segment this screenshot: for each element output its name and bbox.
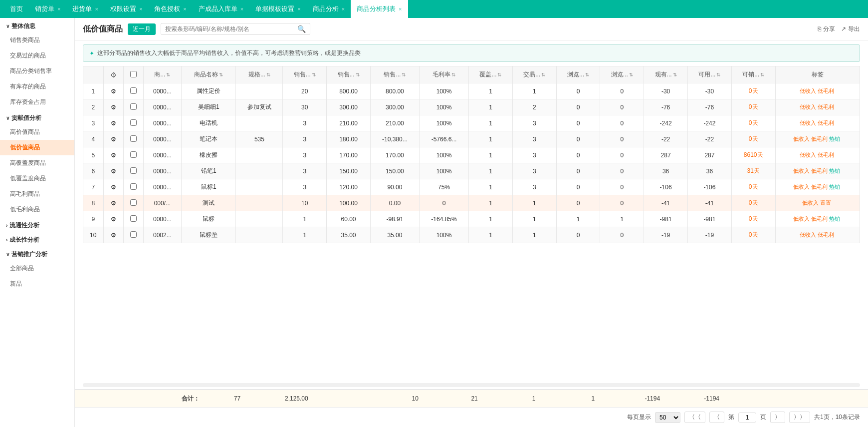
row-checkbox[interactable] [123, 211, 143, 227]
sort-icon[interactable]: ⇅ [716, 72, 720, 77]
export-button[interactable]: ↗ 导出 [841, 25, 860, 33]
row-checkbox[interactable] [123, 195, 143, 211]
row-name[interactable]: 电话机 [182, 115, 236, 131]
row-settings[interactable]: ⚙ [103, 227, 123, 243]
sidebar-item-high-coverage[interactable]: 高覆盖度商品 [0, 155, 74, 171]
row-settings[interactable]: ⚙ [103, 163, 123, 179]
row-checkbox[interactable] [123, 99, 143, 115]
sidebar-group-liquidity[interactable]: › 流通性分析 [0, 217, 74, 232]
row-settings[interactable]: ⚙ [103, 179, 123, 195]
last-page-button[interactable]: 〉〉 [789, 412, 810, 423]
settings-icon[interactable]: ⚙ [111, 152, 116, 159]
settings-icon[interactable]: ⚙ [111, 232, 116, 239]
checkbox-column-header[interactable] [123, 66, 143, 83]
row-select-checkbox[interactable] [130, 103, 137, 110]
settings-icon[interactable]: ⚙ [111, 216, 116, 223]
row-name[interactable]: 铅笔1 [182, 163, 236, 179]
sidebar-item-high-value[interactable]: 高价值商品 [0, 124, 74, 140]
settings-icon[interactable]: ⚙ [111, 184, 116, 191]
sidebar-group-growth[interactable]: › 成长性分析 [0, 232, 74, 246]
sidebar-item-stock-capital[interactable]: 库存资金占用 [0, 94, 74, 110]
row-settings[interactable]: ⚙ [103, 99, 123, 115]
row-views1[interactable]: 0 [556, 131, 600, 147]
sort-icon[interactable]: ⇅ [760, 72, 764, 77]
row-checkbox[interactable] [123, 227, 143, 243]
prev-page-button[interactable]: 〈 [709, 412, 724, 423]
row-views1[interactable]: 0 [556, 227, 600, 243]
sort-icon[interactable]: ⇅ [166, 72, 170, 77]
sort-icon[interactable]: ⇅ [497, 72, 501, 77]
sort-icon[interactable]: ⇅ [312, 72, 316, 77]
sidebar-item-low-value[interactable]: 低价值商品 [0, 140, 74, 155]
settings-icon[interactable]: ⚙ [111, 200, 116, 207]
current-page-input[interactable] [738, 413, 756, 423]
page-size-select[interactable]: 50 100 200 [655, 412, 680, 423]
row-select-checkbox[interactable] [130, 215, 137, 222]
sidebar-item-sales-products[interactable]: 销售类商品 [0, 32, 74, 48]
row-select-checkbox[interactable] [130, 167, 137, 174]
settings-icon[interactable]: ⚙ [110, 71, 117, 79]
close-icon[interactable]: × [95, 6, 98, 12]
sort-icon[interactable]: ⇅ [219, 72, 223, 77]
horizontal-scrollbar[interactable] [83, 383, 860, 387]
sort-icon[interactable]: ⇅ [266, 72, 270, 77]
sort-icon[interactable]: ⇅ [673, 72, 677, 77]
search-input[interactable] [165, 25, 297, 32]
row-name[interactable]: 鼠标 [182, 211, 236, 227]
row-checkbox[interactable] [123, 179, 143, 195]
nav-role-auth[interactable]: 角色授权 × [148, 0, 192, 18]
row-name[interactable]: 吴细细1 [182, 99, 236, 115]
sidebar-item-stocked-products[interactable]: 有库存的商品 [0, 79, 74, 94]
nav-home[interactable]: 首页 [4, 0, 29, 18]
row-select-checkbox[interactable] [130, 199, 137, 206]
next-page-button[interactable]: 〉 [770, 412, 785, 423]
search-icon[interactable]: 🔍 [297, 25, 306, 33]
settings-icon[interactable]: ⚙ [111, 104, 116, 111]
sidebar-group-overall[interactable]: ∨ 整体信息 [0, 18, 74, 32]
row-views1[interactable]: 0 [556, 163, 600, 179]
close-icon[interactable]: × [399, 6, 402, 12]
sort-icon[interactable]: ⇅ [541, 72, 545, 77]
settings-icon[interactable]: ⚙ [111, 136, 116, 143]
settings-icon[interactable]: ⚙ [111, 88, 116, 95]
sidebar-item-high-margin[interactable]: 高毛利商品 [0, 186, 74, 202]
sort-icon[interactable]: ⇅ [629, 72, 633, 77]
row-select-checkbox[interactable] [130, 231, 137, 238]
nav-sales-order[interactable]: 销货单 × [29, 0, 66, 18]
sidebar-item-low-coverage[interactable]: 低覆盖度商品 [0, 171, 74, 186]
row-select-checkbox[interactable] [130, 151, 137, 158]
row-checkbox[interactable] [123, 115, 143, 131]
row-settings[interactable]: ⚙ [103, 83, 123, 99]
nav-product-analysis[interactable]: 商品分析 × [307, 0, 351, 18]
row-name[interactable]: 鼠标垫 [182, 227, 236, 243]
sidebar-item-new-products[interactable]: 新品 [0, 276, 74, 292]
row-checkbox[interactable] [123, 131, 143, 147]
close-icon[interactable]: × [297, 6, 300, 12]
settings-icon[interactable]: ⚙ [111, 168, 116, 175]
row-views1[interactable]: 0 [556, 99, 600, 115]
row-name[interactable]: 鼠标1 [182, 179, 236, 195]
sidebar-group-marketing[interactable]: ∨ 营销推广分析 [0, 246, 74, 261]
nav-production-inbound[interactable]: 产成品入库单 × [193, 0, 249, 18]
sort-icon[interactable]: ⇅ [451, 72, 455, 77]
close-icon[interactable]: × [57, 6, 60, 12]
row-views1[interactable]: 0 [556, 179, 600, 195]
row-name[interactable]: 测试 [182, 195, 236, 211]
row-select-checkbox[interactable] [130, 119, 137, 126]
row-select-checkbox[interactable] [130, 183, 137, 190]
sidebar-group-contribution[interactable]: ∨ 贡献值分析 [0, 110, 74, 124]
close-icon[interactable]: × [342, 6, 345, 12]
sidebar-item-low-margin[interactable]: 低毛利商品 [0, 202, 74, 217]
row-settings[interactable]: ⚙ [103, 115, 123, 131]
row-checkbox[interactable] [123, 147, 143, 163]
row-name[interactable]: 笔记本 [182, 131, 236, 147]
row-views1[interactable]: 1 [556, 211, 600, 227]
row-views1[interactable]: 0 [556, 83, 600, 99]
nav-template-settings[interactable]: 单据模板设置 × [249, 0, 306, 18]
row-name[interactable]: 橡皮擦 [182, 147, 236, 163]
nav-product-analysis-list[interactable]: 商品分析列表 × [351, 0, 408, 18]
row-checkbox[interactable] [123, 163, 143, 179]
filter-recent-month-button[interactable]: 近一月 [128, 23, 156, 35]
sort-icon[interactable]: ⇅ [402, 72, 406, 77]
row-settings[interactable]: ⚙ [103, 131, 123, 147]
